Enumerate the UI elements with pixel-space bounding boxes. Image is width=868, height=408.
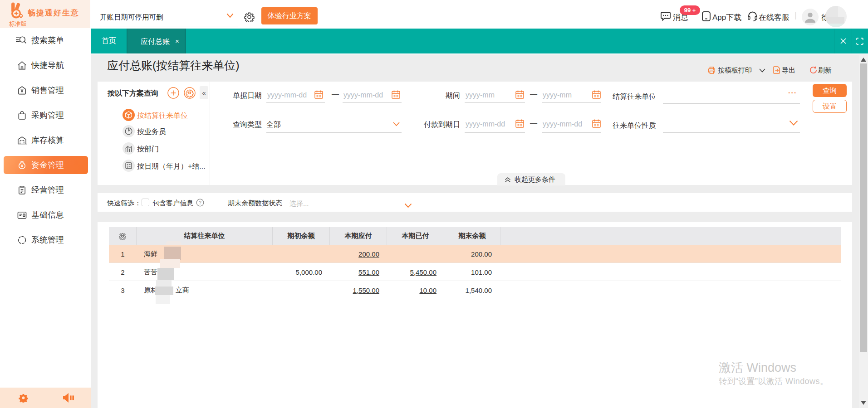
svg-text:?: ? [199, 200, 201, 205]
